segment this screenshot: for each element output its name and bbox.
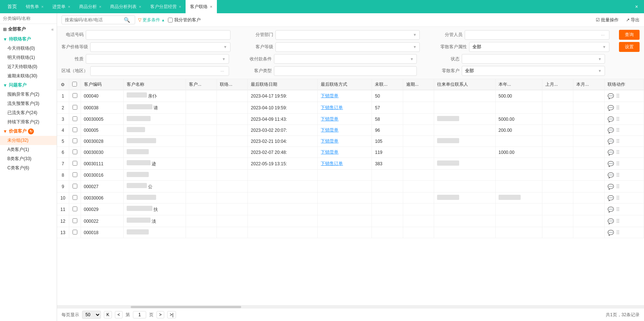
- more-icon[interactable]: ⠿: [616, 116, 620, 122]
- customer-name[interactable]: [123, 147, 186, 158]
- nav-tab-purchase[interactable]: 进货单 ×: [48, 0, 74, 13]
- close-sales-tab[interactable]: ×: [41, 4, 43, 9]
- sidebar-item-declining[interactable]: 持续下滑客户(2): [0, 117, 57, 127]
- dept-select[interactable]: ▼: [275, 30, 420, 40]
- region-input[interactable]: ···: [90, 66, 229, 76]
- row-checkbox[interactable]: [73, 172, 77, 177]
- last-contact-method[interactable]: 下销货单: [318, 147, 372, 158]
- payment-select[interactable]: ▼: [274, 54, 417, 64]
- message-icon[interactable]: 💬: [608, 105, 614, 111]
- customer-level-select[interactable]: ▼: [275, 42, 420, 52]
- more-icon[interactable]: ⠿: [616, 149, 620, 155]
- last-contact-method[interactable]: 下销售订单: [318, 158, 372, 170]
- phone-input[interactable]: [86, 30, 230, 40]
- last-contact-method[interactable]: 下销货单: [318, 114, 372, 125]
- row-checkbox[interactable]: [73, 105, 77, 110]
- customer-name[interactable]: 公: [123, 181, 186, 193]
- nav-tab-sales[interactable]: 销售单 ×: [21, 0, 48, 13]
- sidebar-item-ungrouped[interactable]: 未分组(32): [0, 136, 57, 145]
- section-problem-customers[interactable]: ▼ 问题客户: [0, 81, 57, 90]
- section-value-customers[interactable]: ▼ 价值客户 ↻: [0, 127, 57, 136]
- row-checkbox[interactable]: [73, 93, 77, 98]
- row-checkbox[interactable]: [73, 161, 77, 166]
- checkbox-col-header[interactable]: [69, 79, 81, 90]
- customer-name[interactable]: [123, 125, 186, 136]
- customer-name[interactable]: [123, 136, 186, 147]
- last-page-btn[interactable]: >|: [167, 311, 176, 318]
- close-purchase-tab[interactable]: ×: [68, 4, 70, 9]
- retail-attr-select[interactable]: 全部 ▼: [469, 42, 609, 52]
- reset-button[interactable]: 设置: [619, 42, 640, 52]
- more-icon[interactable]: ⠿: [616, 195, 620, 201]
- message-icon[interactable]: 💬: [608, 218, 614, 224]
- row-checkbox[interactable]: [73, 184, 77, 188]
- next-page-btn[interactable]: >: [156, 311, 164, 318]
- customer-name[interactable]: 淡: [123, 215, 186, 227]
- export-btn[interactable]: ↗ 导出: [626, 17, 640, 23]
- more-icon[interactable]: ⠿: [616, 127, 620, 133]
- more-icon[interactable]: ⠿: [616, 105, 620, 111]
- last-contact-method[interactable]: [318, 181, 372, 193]
- more-icon[interactable]: ⠿: [616, 207, 620, 212]
- sidebar-item-today[interactable]: 今天待联络(0): [0, 44, 57, 53]
- row-checkbox[interactable]: [73, 149, 77, 154]
- more-icon[interactable]: ⠿: [616, 184, 620, 190]
- customer-name[interactable]: [123, 170, 186, 181]
- nav-tab-analysis-list[interactable]: 商品分析列表 ×: [106, 0, 145, 13]
- manager-dots[interactable]: ···: [599, 32, 606, 38]
- last-contact-method[interactable]: [318, 193, 372, 204]
- last-contact-method[interactable]: 下销售订单: [318, 102, 372, 114]
- search-icon[interactable]: 🔍: [124, 17, 130, 23]
- sidebar-item-tomorrow[interactable]: 明天待联络(1): [0, 53, 57, 62]
- settings-col-header[interactable]: ⚙: [57, 79, 69, 90]
- customer-name[interactable]: [123, 114, 186, 125]
- row-checkbox[interactable]: [73, 218, 77, 223]
- sidebar-search-input[interactable]: [3, 16, 57, 21]
- message-icon[interactable]: 💬: [608, 207, 614, 212]
- close-analysis-list-tab[interactable]: ×: [139, 4, 141, 9]
- sidebar-item-class-a[interactable]: A类客户(1): [0, 145, 57, 154]
- batch-operation-btn[interactable]: ☑ 批量操作: [596, 17, 619, 23]
- row-checkbox[interactable]: [73, 138, 77, 143]
- message-icon[interactable]: 💬: [608, 149, 614, 155]
- price-level-select[interactable]: ▼: [90, 42, 230, 52]
- per-page-select[interactable]: 50 100 200: [82, 311, 101, 319]
- close-contact-tab[interactable]: ×: [210, 4, 212, 9]
- section-pending-contact[interactable]: ▼ 待联络客户: [0, 35, 57, 44]
- more-icon[interactable]: ⠿: [616, 161, 620, 167]
- message-icon[interactable]: 💬: [608, 161, 614, 167]
- status-select[interactable]: ▼: [462, 54, 605, 64]
- last-contact-method[interactable]: 下销货单: [318, 136, 372, 147]
- last-contact-method[interactable]: [318, 204, 372, 215]
- nav-tab-customer-segment[interactable]: 客户分层经营 ×: [146, 0, 186, 13]
- row-checkbox[interactable]: [73, 116, 77, 121]
- first-page-btn[interactable]: K: [104, 311, 112, 318]
- sidebar-item-churn-warning[interactable]: 流失预警客户(3): [0, 99, 57, 108]
- message-icon[interactable]: 💬: [608, 195, 614, 201]
- customer-type-input[interactable]: [274, 66, 417, 76]
- current-page-input[interactable]: [133, 311, 146, 318]
- more-icon[interactable]: ⠿: [616, 93, 620, 99]
- nature-select[interactable]: ▼: [86, 54, 229, 64]
- customer-name[interactable]: 亲仆: [123, 90, 186, 102]
- row-checkbox[interactable]: [73, 207, 77, 211]
- nav-tab-customer-contact[interactable]: 客户联络 ×: [186, 0, 217, 13]
- more-conditions[interactable]: ▽ 更多条件 ▲: [138, 17, 165, 23]
- search-input[interactable]: [65, 17, 124, 22]
- close-segment-tab[interactable]: ×: [179, 4, 181, 9]
- sidebar-item-overdue[interactable]: 逾期未联络(30): [0, 71, 57, 81]
- row-checkbox[interactable]: [73, 127, 77, 132]
- manager-input[interactable]: ···: [465, 30, 609, 40]
- nav-tab-analysis[interactable]: 商品分析 ×: [75, 0, 106, 13]
- sidebar-item-churned[interactable]: 已流失客户(24): [0, 108, 57, 117]
- close-analysis-tab[interactable]: ×: [99, 4, 101, 9]
- row-checkbox[interactable]: [73, 195, 77, 200]
- select-all-checkbox[interactable]: [72, 82, 77, 87]
- row-checkbox[interactable]: [73, 230, 77, 234]
- message-icon[interactable]: 💬: [608, 127, 614, 133]
- all-customers-header[interactable]: ⊞ 全部客户 «: [0, 24, 57, 35]
- customer-name[interactable]: 请: [123, 102, 186, 114]
- message-icon[interactable]: 💬: [608, 116, 614, 122]
- close-all-tabs[interactable]: ×: [632, 4, 641, 10]
- message-icon[interactable]: 💬: [608, 184, 614, 190]
